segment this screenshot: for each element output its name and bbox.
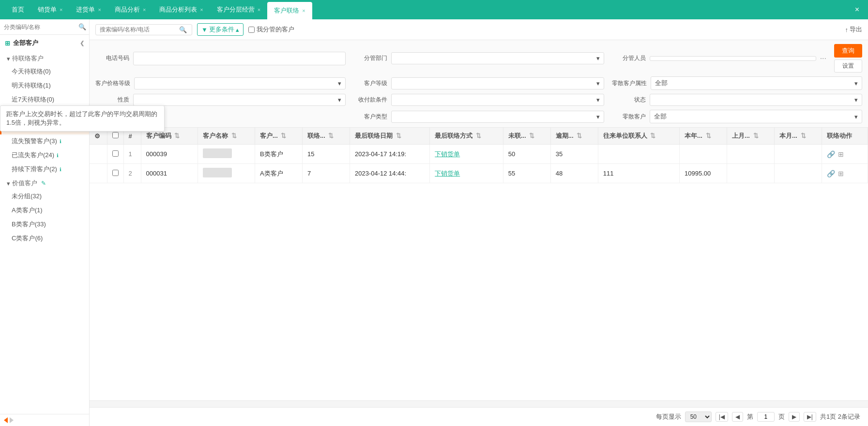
retail-customer-select[interactable]: 全部 ▾ (650, 110, 862, 123)
td-no-contact: 50 (503, 145, 550, 164)
last-page-btn[interactable]: ▶| (804, 412, 816, 422)
th-contact-count[interactable]: 联络... ⇅ (302, 128, 350, 145)
th-contact-person[interactable]: 往来单位联系人 ⇅ (598, 128, 679, 145)
nav-customer-stratification[interactable]: 客户分层经营 × (210, 0, 267, 19)
link-icon[interactable]: 🔗 (827, 170, 835, 177)
nav-purchase-order[interactable]: 进货单 × (69, 0, 107, 19)
row-checkbox[interactable] (112, 150, 119, 157)
link-icon[interactable]: 🔗 (827, 150, 835, 158)
td-last-contact-method[interactable]: 下销货单 (430, 145, 503, 164)
th-last-contact-date[interactable]: 最后联络日期 ⇅ (350, 128, 429, 145)
price-grade-select[interactable]: ▾ (134, 77, 346, 89)
sort-icon: ⇅ (801, 132, 806, 139)
sidebar-item-tomorrow[interactable]: 明天待联络(1) (0, 79, 89, 93)
gear-icon[interactable]: ⚙ (94, 132, 100, 140)
sort-icon: ⇅ (476, 132, 481, 139)
td-code: 000031 (141, 164, 198, 183)
close-purchase-order[interactable]: × (98, 0, 101, 19)
sidebar-item-churned[interactable]: 已流失客户(24) ℹ (0, 148, 89, 162)
payment-select[interactable]: ▾ (391, 94, 604, 106)
nav-sales-order[interactable]: 销货单 × (31, 0, 69, 19)
close-product-analysis[interactable]: × (143, 0, 146, 19)
my-customers-check[interactable] (248, 27, 255, 33)
customer-grade-select[interactable]: ▾ (391, 77, 604, 89)
edit-icon[interactable]: ✎ (41, 180, 46, 187)
th-type[interactable]: 客户... ⇅ (255, 128, 302, 145)
sidebar-item-7days[interactable]: 近7天待联络(0) (0, 93, 89, 107)
next-page-btn[interactable]: ▶ (789, 412, 800, 422)
sidebar-search-icon[interactable]: 🔍 (78, 23, 86, 30)
first-page-btn[interactable]: |◀ (716, 412, 728, 422)
info-icon: ℹ (60, 167, 61, 172)
status-select[interactable]: ▾ (650, 94, 862, 106)
customer-table: ⚙ # 客户编码 ⇅ 客户名称 (90, 128, 868, 183)
close-sales-order[interactable]: × (60, 0, 62, 19)
filter-row-customer-type2: 客户类型 ▾ (353, 110, 604, 123)
manager-dots-btn[interactable]: ··· (820, 54, 826, 63)
retail-attr-select[interactable]: 全部 ▾ (651, 76, 862, 90)
sidebar-item-a-class[interactable]: A类客户(1) (0, 204, 89, 218)
sidebar-scroll-left[interactable] (4, 417, 8, 423)
sidebar-group-value-customers[interactable]: ▾ 价值客户 ✎ (0, 176, 89, 190)
gender-select[interactable]: ▾ (133, 94, 346, 106)
td-name (198, 164, 255, 183)
qrcode-icon[interactable]: ⊞ (838, 150, 844, 158)
sort-icon: ⇅ (706, 132, 711, 139)
export-btn[interactable]: ↑ 导出 (845, 25, 863, 34)
query-button[interactable]: 查询 (834, 44, 862, 58)
sidebar-group-pending[interactable]: ▾ 待联络客户 (0, 51, 89, 65)
search-icon[interactable]: 🔍 (179, 26, 187, 33)
sidebar-item-declining[interactable]: 持续下滑客户(2) ℹ (0, 162, 89, 176)
nav-customer-contact[interactable]: 客户联络 × (267, 2, 312, 19)
select-all-checkbox[interactable] (112, 132, 119, 138)
row-checkbox[interactable] (112, 170, 119, 176)
close-product-analysis-list[interactable]: × (200, 0, 203, 19)
table-row: 1 000039 B类客户 15 2023-04-17 14:19: 下销货单 … (90, 145, 868, 164)
dept-select[interactable]: ▾ (391, 52, 604, 64)
sidebar-scroll-right[interactable] (10, 417, 14, 423)
chevron-down-icon: ▾ (854, 113, 858, 120)
close-customer-stratification[interactable]: × (258, 0, 260, 19)
sidebar-item-churn-warning[interactable]: 流失预警客户(3) ℹ (0, 134, 89, 148)
sidebar-search-input[interactable] (4, 24, 76, 30)
th-last-month[interactable]: 上月... ⇅ (727, 128, 775, 145)
customer-type-select[interactable]: ▾ (391, 111, 604, 123)
per-page-select[interactable]: 50 20 100 (685, 411, 712, 422)
sidebar-item-today[interactable]: 今天待联络(0) (0, 65, 89, 79)
td-contact-count: 15 (302, 145, 350, 164)
sidebar-item-unclassified[interactable]: 未分组(32) (0, 190, 89, 204)
th-overdue[interactable]: 逾期... ⇅ (550, 128, 598, 145)
phone-input[interactable] (133, 52, 346, 65)
nav-product-analysis[interactable]: 商品分析 × (108, 0, 152, 19)
th-no-contact[interactable]: 未联... ⇅ (503, 128, 550, 145)
td-last-contact-method[interactable]: 下销货单 (430, 164, 503, 183)
search-input[interactable] (100, 26, 177, 33)
th-current-year[interactable]: 本年... ⇅ (680, 128, 727, 145)
sidebar: 🔍 ⊞ 全部客户 ❮ ▾ 待联络客户 今天待联络(0) 明天待联络(1) 近7天… (0, 19, 90, 426)
more-conditions-btn[interactable]: ▼ 更多条件 ▴ (197, 23, 244, 36)
manager-select[interactable] (650, 56, 816, 61)
setting-button[interactable]: 设置 (834, 59, 862, 73)
nav-product-analysis-list[interactable]: 商品分析列表 × (152, 0, 210, 19)
td-current-year: 10995.00 (680, 164, 727, 183)
sidebar-item-c-class[interactable]: C类客户(6) (0, 232, 89, 246)
qrcode-icon[interactable]: ⊞ (838, 170, 844, 177)
collapse-btn[interactable]: ❮ (80, 40, 84, 46)
th-current-month[interactable]: 本月... ⇅ (775, 128, 822, 145)
sidebar-all-customers[interactable]: ⊞ 全部客户 ❮ (0, 35, 89, 51)
horizontal-scrollbar[interactable] (90, 400, 868, 407)
nav-home[interactable]: 首页 (5, 0, 31, 19)
page-suffix: 页 (778, 412, 785, 421)
sidebar-item-b-class[interactable]: B类客户(33) (0, 218, 89, 232)
th-last-contact-method[interactable]: 最后联络方式 ⇅ (430, 128, 503, 145)
retail-attr-label: 零散客户属性 (612, 79, 647, 88)
prev-page-btn[interactable]: ◀ (732, 412, 743, 422)
page-number-input[interactable] (757, 412, 775, 422)
th-name[interactable]: 客户名称 ⇅ (198, 128, 255, 145)
my-customers-checkbox[interactable]: 我分管的客户 (248, 25, 294, 34)
td-no-contact: 55 (503, 164, 550, 183)
close-customer-contact[interactable]: × (302, 2, 305, 19)
filter-bar: 🔍 ▼ 更多条件 ▴ 我分管的客户 ↑ 导出 (90, 19, 868, 40)
window-close-btn[interactable]: × (851, 3, 863, 16)
td-checkbox (107, 145, 123, 164)
